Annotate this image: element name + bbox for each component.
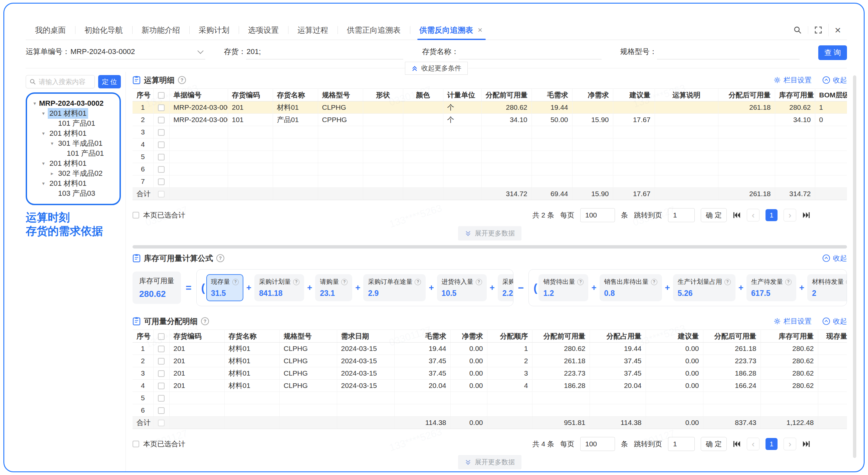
column-settings-button[interactable]: 栏目设置	[774, 316, 812, 326]
filter-value-input[interactable]: 201;	[246, 46, 404, 59]
help-icon[interactable]: ?	[293, 279, 300, 285]
chevron-down-icon[interactable]: ▾	[39, 180, 48, 186]
prev-page-icon[interactable]: ‹	[747, 209, 760, 222]
filter-value-input[interactable]	[459, 46, 601, 59]
formula-item[interactable]: 材料待发量?2	[807, 274, 847, 301]
help-icon[interactable]: ?	[201, 317, 209, 325]
fullscreen-icon[interactable]	[808, 26, 828, 34]
formula-item[interactable]: 生产计划量占用?5.26	[673, 274, 736, 301]
tab-item[interactable]: 选项设置	[239, 20, 288, 40]
tab-close-icon[interactable]: ×	[478, 25, 483, 35]
row-checkbox[interactable]	[158, 383, 164, 389]
formula-item[interactable]: 销售出库待出量?0.8	[599, 274, 662, 301]
column-settings-button[interactable]: 栏目设置	[774, 75, 812, 85]
chevron-down-icon[interactable]: ▾	[48, 140, 56, 146]
jump-page-input[interactable]: 1	[668, 208, 695, 222]
row-checkbox[interactable]	[158, 395, 164, 402]
chevron-down-icon[interactable]	[197, 48, 203, 54]
chevron-down-icon[interactable]: ▾	[39, 161, 48, 166]
row-checkbox[interactable]	[158, 141, 164, 148]
last-page-icon[interactable]	[802, 211, 810, 219]
tab-item[interactable]: 我的桌面	[26, 20, 75, 40]
query-button[interactable]: 查 询	[818, 45, 847, 60]
formula-item[interactable]: 进货待入量?10.5	[437, 274, 487, 301]
chevron-down-icon[interactable]: ▾	[39, 110, 48, 116]
formula-item[interactable]: 销货待出量?1.2	[538, 274, 588, 301]
help-icon[interactable]: ?	[476, 279, 482, 285]
tree-node[interactable]: ▾201 材料01	[29, 128, 117, 138]
collapse-section-button[interactable]: 收起	[822, 316, 847, 326]
select-all-checkbox[interactable]	[158, 92, 164, 99]
tree-node[interactable]: 103 产品03	[29, 189, 117, 199]
row-checkbox[interactable]	[158, 166, 164, 173]
checkbox-icon[interactable]	[132, 441, 139, 447]
tab-item[interactable]: 供需正向追溯表	[338, 20, 410, 40]
search-icon[interactable]	[787, 26, 808, 34]
tree-node[interactable]: ▾201 材料01	[29, 108, 117, 118]
row-checkbox[interactable]	[158, 154, 164, 161]
current-page[interactable]: 1	[766, 438, 778, 450]
confirm-button[interactable]: 确 定	[701, 437, 727, 451]
row-checkbox[interactable]	[158, 191, 164, 198]
tree-node[interactable]: 101 产品01	[29, 118, 117, 128]
expand-more-data-button[interactable]: 展开更多数据	[458, 226, 522, 240]
per-page-input[interactable]: 100	[580, 437, 615, 451]
expand-more-data-button[interactable]: 展开更多数据	[458, 455, 522, 469]
locate-button[interactable]: 定 位	[98, 75, 121, 89]
tree-node[interactable]: ▾MRP-2024-03-0002	[29, 98, 117, 108]
tree-node[interactable]: ▸302 半成品02	[29, 168, 117, 178]
formula-item[interactable]: 采购订单在途量?2.9	[363, 274, 426, 301]
tab-item[interactable]: 运算过程	[288, 20, 338, 40]
formula-item[interactable]: 采购计划量?841.18	[254, 274, 304, 301]
checkbox-icon[interactable]	[132, 212, 139, 218]
formula-item[interactable]: 请购量?23.1	[315, 274, 352, 301]
help-icon[interactable]: ?	[232, 279, 239, 285]
row-checkbox[interactable]	[158, 407, 164, 414]
tab-item[interactable]: 采购计划	[189, 20, 239, 40]
close-icon[interactable]: ×	[828, 24, 847, 36]
select-all-checkbox[interactable]	[158, 333, 164, 340]
horizontal-scrollbar[interactable]	[132, 245, 847, 248]
tree-node[interactable]: ▾201 材料01	[29, 159, 117, 168]
help-icon[interactable]: ?	[415, 279, 421, 285]
current-page[interactable]: 1	[766, 209, 778, 221]
row-checkbox[interactable]	[158, 346, 164, 352]
confirm-button[interactable]: 确 定	[701, 208, 727, 222]
vertical-scrollbar[interactable]	[853, 75, 856, 458]
row-checkbox[interactable]	[158, 178, 164, 185]
help-icon[interactable]: ?	[785, 279, 792, 285]
chevron-down-icon[interactable]: ▾	[30, 100, 39, 106]
tree-node[interactable]: 101 产品01	[29, 148, 117, 159]
prev-page-icon[interactable]: ‹	[747, 438, 760, 450]
formula-item[interactable]: 现存量?31.5	[206, 274, 243, 301]
chevron-down-icon[interactable]: ▾	[39, 130, 48, 136]
help-icon[interactable]: ?	[341, 279, 347, 285]
first-page-icon[interactable]	[733, 211, 741, 219]
next-page-icon[interactable]: ›	[783, 209, 796, 222]
tree-node[interactable]: ▾301 半成品01	[29, 138, 117, 148]
last-page-icon[interactable]	[802, 440, 810, 448]
formula-item[interactable]: 采购入库待入量?2.2	[498, 274, 514, 301]
row-checkbox[interactable]	[158, 420, 164, 426]
row-checkbox[interactable]	[158, 117, 164, 124]
page-selected-total[interactable]: 本页已选合计	[132, 439, 185, 449]
row-checkbox[interactable]	[158, 370, 164, 377]
tab-item[interactable]: 初始化导航	[75, 20, 132, 40]
chevron-right-icon[interactable]: ▸	[48, 170, 56, 176]
collapse-section-button[interactable]: 收起	[822, 253, 847, 263]
filter-value-input[interactable]	[657, 46, 800, 59]
filter-value-input[interactable]: MRP-2024-03-0002	[70, 46, 205, 59]
help-icon[interactable]: ?	[178, 76, 186, 84]
collapse-more-conditions-button[interactable]: 收起更多条件	[405, 62, 468, 75]
tab-item[interactable]: 供需反向追溯表×	[410, 20, 492, 40]
help-icon[interactable]: ?	[724, 279, 731, 285]
per-page-input[interactable]: 100	[580, 208, 615, 222]
jump-page-input[interactable]: 1	[668, 437, 695, 451]
help-icon[interactable]: ?	[651, 279, 657, 285]
row-checkbox[interactable]	[158, 129, 164, 136]
tab-item[interactable]: 新功能介绍	[132, 20, 189, 40]
collapse-section-button[interactable]: 收起	[822, 75, 847, 85]
row-checkbox[interactable]	[158, 104, 164, 111]
search-input[interactable]: 请输入搜索内容	[26, 75, 95, 89]
help-icon[interactable]: ?	[577, 279, 584, 285]
